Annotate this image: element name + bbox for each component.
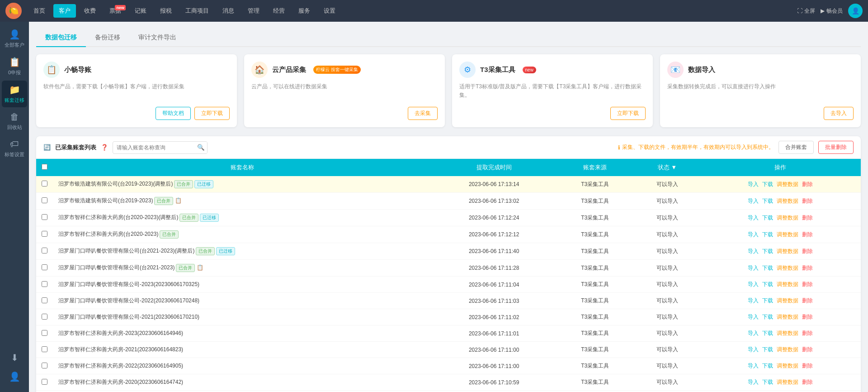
sidebar-item-tag-settings[interactable]: 🏷 标签设置 (2, 135, 27, 162)
fullscreen-button[interactable]: ⛶ 全屏 (797, 7, 815, 15)
sidebar-item-recycle[interactable]: 🗑 回收站 (2, 108, 27, 134)
action-调整数据[interactable]: 调整数据 (775, 265, 800, 271)
action-下载[interactable]: 下载 (760, 181, 775, 187)
action-调整数据[interactable]: 调整数据 (775, 346, 800, 353)
sidebar-download-button[interactable]: ⬇ (2, 349, 27, 367)
nav-item-bookkeeping[interactable]: 记账 (129, 4, 152, 18)
action-下载[interactable]: 下载 (760, 346, 775, 353)
action-下载[interactable]: 下载 (760, 248, 775, 254)
row-checkbox[interactable] (42, 214, 47, 220)
nav-item-service[interactable]: 服务 (293, 4, 316, 18)
action-导入[interactable]: 导入 (746, 281, 760, 287)
row-checkbox[interactable] (42, 297, 47, 303)
go-import-button[interactable]: 去导入 (824, 107, 854, 120)
action-调整数据[interactable]: 调整数据 (775, 363, 800, 369)
action-导入[interactable]: 导入 (746, 297, 760, 304)
sidebar-profile-button[interactable]: 👤 (2, 368, 27, 386)
row-checkbox[interactable] (42, 363, 47, 368)
nav-item-business[interactable]: 工商项目 (180, 4, 214, 18)
action-下载[interactable]: 下载 (760, 379, 775, 385)
download-t3-button[interactable]: 立即下载 (610, 107, 646, 120)
action-导入[interactable]: 导入 (746, 198, 760, 204)
action-导入[interactable]: 导入 (746, 248, 760, 254)
select-all-checkbox-header[interactable] (36, 159, 53, 176)
action-调整数据[interactable]: 调整数据 (775, 379, 800, 385)
tab-data-migration[interactable]: 数据包迁移 (36, 29, 86, 47)
tab-audit-export[interactable]: 审计文件导出 (129, 29, 185, 47)
merge-accounts-button[interactable]: 合并账套 (778, 141, 814, 154)
row-checkbox[interactable] (42, 231, 47, 237)
copy-icon[interactable]: 📋 (197, 264, 203, 271)
action-导入[interactable]: 导入 (746, 314, 760, 320)
action-删除[interactable]: 删除 (800, 181, 815, 187)
action-下载[interactable]: 下载 (760, 314, 775, 320)
action-导入[interactable]: 导入 (746, 346, 760, 353)
member-button[interactable]: ▶ 畅会员 (821, 7, 843, 15)
action-删除[interactable]: 删除 (800, 314, 815, 320)
action-下载[interactable]: 下载 (760, 363, 775, 369)
copy-icon[interactable]: 📋 (175, 197, 182, 204)
action-删除[interactable]: 删除 (800, 248, 815, 254)
row-checkbox[interactable] (42, 346, 47, 352)
nav-item-invoice[interactable]: 票据 new (104, 4, 127, 18)
refresh-icon[interactable]: 🔄 (43, 144, 51, 151)
action-下载[interactable]: 下载 (760, 297, 775, 304)
action-调整数据[interactable]: 调整数据 (775, 314, 800, 320)
row-checkbox[interactable] (42, 197, 47, 203)
batch-delete-button[interactable]: 批量删除 (818, 141, 854, 154)
nav-item-settings[interactable]: 设置 (318, 4, 341, 18)
nav-item-client[interactable]: 客户 (53, 4, 76, 18)
sidebar-item-account-migration[interactable]: 📁 账套迁移 (2, 81, 27, 107)
row-checkbox[interactable] (42, 379, 47, 385)
action-下载[interactable]: 下载 (760, 281, 775, 287)
nav-item-message[interactable]: 消息 (217, 4, 240, 18)
action-导入[interactable]: 导入 (746, 181, 760, 187)
action-导入[interactable]: 导入 (746, 215, 760, 221)
action-删除[interactable]: 删除 (800, 265, 815, 271)
user-avatar[interactable]: 👤 (848, 4, 863, 18)
row-checkbox[interactable] (42, 281, 47, 287)
action-调整数据[interactable]: 调整数据 (775, 198, 800, 204)
col-status[interactable]: 状态 ▼ (634, 159, 700, 176)
tab-backup-migration[interactable]: 备份迁移 (86, 29, 129, 47)
help-doc-button[interactable]: 帮助文档 (156, 107, 191, 120)
action-下载[interactable]: 下载 (760, 215, 775, 221)
nav-item-home[interactable]: 首页 (28, 4, 51, 18)
action-删除[interactable]: 删除 (800, 346, 815, 353)
nav-item-fee[interactable]: 收费 (79, 4, 101, 18)
action-下载[interactable]: 下载 (760, 330, 775, 336)
action-调整数据[interactable]: 调整数据 (775, 248, 800, 254)
row-checkbox[interactable] (42, 264, 47, 270)
go-collect-button[interactable]: 去采集 (408, 107, 438, 120)
row-checkbox[interactable] (42, 330, 47, 336)
action-调整数据[interactable]: 调整数据 (775, 231, 800, 238)
action-删除[interactable]: 删除 (800, 297, 815, 304)
action-调整数据[interactable]: 调整数据 (775, 281, 800, 287)
action-调整数据[interactable]: 调整数据 (775, 330, 800, 336)
action-删除[interactable]: 删除 (800, 215, 815, 221)
select-all-checkbox[interactable] (42, 164, 47, 170)
row-checkbox[interactable] (42, 314, 47, 320)
action-导入[interactable]: 导入 (746, 379, 760, 385)
action-下载[interactable]: 下载 (760, 198, 775, 204)
action-下载[interactable]: 下载 (760, 231, 775, 238)
action-下载[interactable]: 下载 (760, 265, 775, 271)
action-导入[interactable]: 导入 (746, 330, 760, 336)
search-input[interactable] (113, 144, 194, 151)
action-删除[interactable]: 删除 (800, 379, 815, 385)
nav-item-manage[interactable]: 管理 (242, 4, 265, 18)
action-删除[interactable]: 删除 (800, 330, 815, 336)
action-删除[interactable]: 删除 (800, 231, 815, 238)
action-导入[interactable]: 导入 (746, 265, 760, 271)
action-删除[interactable]: 删除 (800, 281, 815, 287)
action-导入[interactable]: 导入 (746, 363, 760, 369)
row-checkbox[interactable] (42, 248, 47, 253)
action-删除[interactable]: 删除 (800, 198, 815, 204)
action-调整数据[interactable]: 调整数据 (775, 215, 800, 221)
sidebar-item-all-clients[interactable]: 👤 全部客户 (2, 25, 27, 52)
sidebar-item-zero-declaration[interactable]: 📋 0申报 (2, 53, 27, 80)
search-button[interactable]: 🔍 (194, 141, 207, 154)
action-导入[interactable]: 导入 (746, 231, 760, 238)
action-删除[interactable]: 删除 (800, 363, 815, 369)
nav-item-tax[interactable]: 报税 (155, 4, 177, 18)
